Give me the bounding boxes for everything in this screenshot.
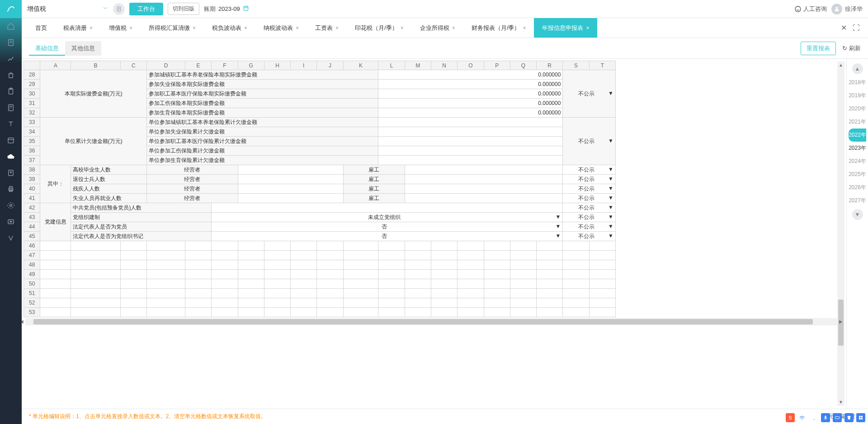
empty-cell[interactable] [212,241,238,251]
value-cell[interactable]: 0.000000 [378,80,563,89]
empty-cell[interactable] [589,298,615,308]
col-header[interactable]: H [264,61,290,70]
user-menu[interactable]: 徐泽华 [831,4,863,14]
empty-cell[interactable] [291,241,317,251]
empty-cell[interactable] [212,251,238,260]
empty-cell[interactable] [343,279,378,289]
operator-label[interactable]: 经营者 [146,165,238,175]
empty-cell[interactable] [563,260,589,270]
year-up-icon[interactable]: ▲ [852,63,863,74]
year-item[interactable]: 2025年 [849,168,866,181]
empty-cell[interactable] [589,308,615,317]
empty-cell[interactable] [537,308,563,317]
empty-cell[interactable] [120,298,146,308]
row-header[interactable]: 49 [24,270,40,279]
empty-cell[interactable] [212,279,238,289]
row-header[interactable]: 37 [24,156,40,165]
empty-cell[interactable] [405,308,431,317]
reset-report-button[interactable]: 重置报表 [801,42,836,55]
empty-cell[interactable] [185,298,211,308]
disclosure-cell[interactable]: 不公示▼ [563,118,616,165]
empty-cell[interactable] [510,260,536,270]
row-header[interactable]: 39 [24,175,40,184]
year-item[interactable]: 2019年 [849,89,866,102]
empty-cell[interactable] [510,289,536,298]
col-header[interactable]: G [238,61,264,70]
empty-cell[interactable] [405,241,431,251]
empty-cell[interactable] [458,279,484,289]
year-item[interactable]: 2026年 [849,181,866,194]
empty-cell[interactable] [238,279,264,289]
row-header[interactable]: 29 [24,80,40,89]
row-header[interactable]: 48 [24,260,40,270]
group-label[interactable]: 其中： [40,165,71,203]
scroll-down-icon[interactable]: ▼ [837,399,844,406]
nav-doc-icon[interactable] [0,34,22,51]
scroll-up-icon[interactable]: ▲ [837,62,844,69]
empty-cell[interactable] [212,270,238,279]
value-cell[interactable] [405,194,563,203]
empty-cell[interactable] [71,260,120,270]
empty-cell[interactable] [563,308,589,317]
nav-v-icon[interactable] [0,230,22,246]
empty-cell[interactable] [510,308,536,317]
row-label[interactable]: 单位参加失业保险累计欠缴金额 [146,127,378,137]
empty-cell[interactable] [238,241,264,251]
workspace-button[interactable]: 工作台 [129,3,163,15]
refresh-button[interactable]: ↻ 刷新 [842,44,861,52]
row-header[interactable]: 42 [24,203,40,213]
empty-cell[interactable] [405,289,431,298]
empty-cell[interactable] [563,279,589,289]
subtab-basic[interactable]: 基础信息 [29,41,65,56]
empty-cell[interactable] [537,289,563,298]
row-label[interactable]: 参加职工基本医疗保险本期实际缴费金额 [146,89,378,99]
empty-cell[interactable] [185,251,211,260]
value-cell[interactable] [238,194,343,203]
empty-cell[interactable] [343,251,378,260]
tab-item[interactable]: 财务报表（月/季）× [463,18,534,38]
row-header[interactable]: 50 [24,279,40,289]
row-label[interactable]: 党组织建制 [71,213,212,222]
dropdown-cell[interactable]: 不公示▼ [563,175,616,184]
empty-cell[interactable] [40,289,71,298]
empty-cell[interactable] [484,241,510,251]
empty-cell[interactable] [405,251,431,260]
empty-cell[interactable] [120,241,146,251]
empty-cell[interactable] [537,270,563,279]
empty-cell[interactable] [71,298,120,308]
tab-close-icon[interactable]: × [244,25,247,31]
empty-cell[interactable] [484,308,510,317]
col-header[interactable]: Q [510,61,536,70]
dropdown-cell[interactable]: 未成立党组织▼ [212,213,563,222]
row-header[interactable]: 46 [24,241,40,251]
year-item[interactable]: 2027年 [849,194,866,207]
empty-cell[interactable] [484,279,510,289]
col-header[interactable]: I [291,61,317,70]
empty-cell[interactable] [264,279,290,289]
value-cell[interactable] [378,156,563,165]
empty-cell[interactable] [510,270,536,279]
col-header[interactable]: F [212,61,238,70]
empty-cell[interactable] [458,241,484,251]
empty-cell[interactable] [185,289,211,298]
ime-menu-icon[interactable] [856,413,865,422]
col-header[interactable]: P [484,61,510,70]
nav-gear-icon[interactable] [0,197,22,214]
empty-cell[interactable] [185,260,211,270]
empty-cell[interactable] [238,298,264,308]
empty-cell[interactable] [212,308,238,317]
empty-cell[interactable] [212,289,238,298]
empty-cell[interactable] [238,251,264,260]
row-label[interactable]: 参加失业保险本期实际缴费金额 [146,80,378,89]
tab-close-icon[interactable]: × [523,25,526,31]
value-cell[interactable] [405,175,563,184]
row-header[interactable]: 38 [24,165,40,175]
employee-label[interactable]: 雇工 [343,165,405,175]
ime-zh-icon[interactable]: 中 [797,413,807,422]
empty-cell[interactable] [378,298,405,308]
tab-item[interactable]: 企业所得税× [412,18,463,38]
ime-sogou-icon[interactable]: S [786,413,795,422]
dropdown-cell[interactable]: 否▼ [212,222,563,232]
empty-cell[interactable] [238,289,264,298]
value-cell[interactable] [405,184,563,194]
